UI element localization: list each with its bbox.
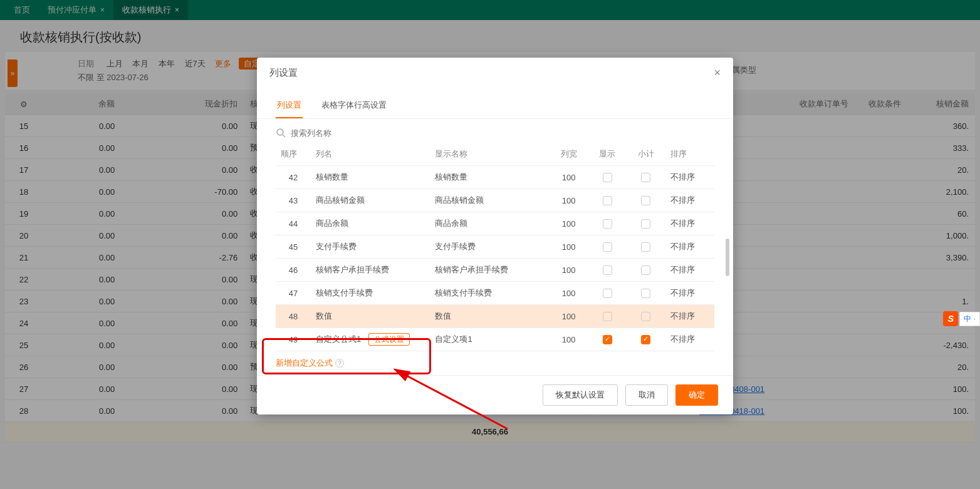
cfg-display[interactable]: 商品核销金额 — [430, 189, 549, 212]
tab-column-settings[interactable]: 列设置 — [276, 93, 303, 118]
cfg-show-checkbox[interactable] — [588, 259, 627, 282]
column-config-row[interactable]: 47核销支付手续费核销支付手续费100不排序 — [276, 282, 714, 305]
hdr-width: 列宽 — [550, 143, 588, 166]
column-settings-modal: 列设置 × 列设置 表格字体行高设置 顺序 列名 显示名称 列宽 显示 小计 排… — [257, 58, 733, 414]
cfg-width[interactable]: 100 — [550, 189, 588, 212]
cfg-order: 45 — [276, 235, 311, 259]
cfg-order: 43 — [276, 189, 311, 212]
column-config-table: 顺序 列名 显示名称 列宽 显示 小计 排序 42核销数量核销数量100不排序4… — [276, 143, 714, 351]
hdr-name: 列名 — [311, 143, 430, 166]
cfg-order: 42 — [276, 166, 311, 189]
cfg-show-checkbox[interactable] — [588, 166, 627, 189]
cfg-show-checkbox[interactable] — [588, 235, 627, 259]
cfg-display[interactable]: 支付手续费 — [430, 235, 549, 259]
cfg-name: 自定义公式1 公式设置 — [311, 328, 430, 351]
cfg-name: 支付手续费 — [311, 235, 430, 259]
svg-line-1 — [283, 135, 285, 137]
cfg-display[interactable]: 核销客户承担手续费 — [430, 259, 549, 282]
cfg-width[interactable]: 100 — [550, 166, 588, 189]
column-config-row[interactable]: 48数值数值100不排序 — [276, 305, 714, 328]
svg-point-0 — [277, 129, 283, 135]
hdr-subtotal: 小计 — [627, 143, 665, 166]
cfg-width[interactable]: 100 — [550, 212, 588, 235]
add-custom-formula[interactable]: 新增自定义公式? — [257, 351, 733, 375]
cfg-display[interactable]: 自定义项1 — [430, 328, 549, 351]
cfg-subtotal-checkbox[interactable] — [627, 166, 665, 189]
cfg-width[interactable]: 100 — [550, 235, 588, 259]
modal-title: 列设置 — [269, 67, 298, 79]
formula-settings-button[interactable]: 公式设置 — [368, 333, 410, 346]
column-config-row[interactable]: 44商品余额商品余额100不排序 — [276, 212, 714, 235]
cfg-subtotal-checkbox[interactable] — [627, 305, 665, 328]
scrollbar[interactable] — [726, 239, 729, 276]
ime-logo-icon: S — [943, 311, 958, 326]
cfg-order: 44 — [276, 212, 311, 235]
cfg-width[interactable]: 100 — [550, 282, 588, 305]
cfg-display[interactable]: 数值 — [430, 305, 549, 328]
help-icon[interactable]: ? — [335, 359, 344, 368]
hdr-order: 顺序 — [276, 143, 311, 166]
cfg-name: 核销支付手续费 — [311, 282, 430, 305]
cfg-subtotal-checkbox[interactable] — [627, 212, 665, 235]
cfg-sort[interactable]: 不排序 — [665, 212, 714, 235]
cfg-name: 核销数量 — [311, 166, 430, 189]
cfg-show-checkbox[interactable] — [588, 212, 627, 235]
reset-button[interactable]: 恢复默认设置 — [543, 384, 618, 406]
cfg-subtotal-checkbox[interactable] — [627, 328, 665, 351]
cfg-show-checkbox[interactable] — [588, 328, 627, 351]
ime-indicator: S 中 · — [943, 311, 980, 326]
cfg-display[interactable]: 商品余额 — [430, 212, 549, 235]
cfg-order: 49 — [276, 328, 311, 351]
ime-lang[interactable]: 中 · — [959, 312, 980, 326]
cfg-name: 商品核销金额 — [311, 189, 430, 212]
column-config-row[interactable]: 45支付手续费支付手续费100不排序 — [276, 235, 714, 259]
cfg-width[interactable]: 100 — [550, 328, 588, 351]
cfg-name: 核销客户承担手续费 — [311, 259, 430, 282]
cfg-sort[interactable]: 不排序 — [665, 282, 714, 305]
hdr-sort: 排序 — [665, 143, 714, 166]
cfg-order: 46 — [276, 259, 311, 282]
cfg-sort[interactable]: 不排序 — [665, 305, 714, 328]
cfg-show-checkbox[interactable] — [588, 305, 627, 328]
search-icon — [276, 128, 286, 138]
cfg-subtotal-checkbox[interactable] — [627, 259, 665, 282]
cfg-width[interactable]: 100 — [550, 305, 588, 328]
cfg-name: 商品余额 — [311, 212, 430, 235]
cfg-width[interactable]: 100 — [550, 259, 588, 282]
cfg-sort[interactable]: 不排序 — [665, 235, 714, 259]
tab-font-settings[interactable]: 表格字体行高设置 — [320, 93, 388, 118]
close-icon[interactable]: × — [714, 66, 721, 80]
ok-button[interactable]: 确定 — [675, 384, 718, 406]
cancel-button[interactable]: 取消 — [625, 384, 668, 406]
hdr-show: 显示 — [588, 143, 627, 166]
column-config-row[interactable]: 46核销客户承担手续费核销客户承担手续费100不排序 — [276, 259, 714, 282]
cfg-sort[interactable]: 不排序 — [665, 166, 714, 189]
column-config-row[interactable]: 49自定义公式1 公式设置自定义项1100不排序 — [276, 328, 714, 351]
cfg-show-checkbox[interactable] — [588, 189, 627, 212]
column-config-row[interactable]: 42核销数量核销数量100不排序 — [276, 166, 714, 189]
cfg-sort[interactable]: 不排序 — [665, 189, 714, 212]
cfg-order: 47 — [276, 282, 311, 305]
cfg-show-checkbox[interactable] — [588, 282, 627, 305]
cfg-sort[interactable]: 不排序 — [665, 328, 714, 351]
cfg-subtotal-checkbox[interactable] — [627, 235, 665, 259]
column-config-row[interactable]: 43商品核销金额商品核销金额100不排序 — [276, 189, 714, 212]
cfg-display[interactable]: 核销支付手续费 — [430, 282, 549, 305]
cfg-name: 数值 — [311, 305, 430, 328]
cfg-display[interactable]: 核销数量 — [430, 166, 549, 189]
cfg-subtotal-checkbox[interactable] — [627, 282, 665, 305]
hdr-display: 显示名称 — [430, 143, 549, 166]
cfg-order: 48 — [276, 305, 311, 328]
search-input[interactable] — [291, 128, 714, 138]
cfg-sort[interactable]: 不排序 — [665, 259, 714, 282]
cfg-subtotal-checkbox[interactable] — [627, 189, 665, 212]
